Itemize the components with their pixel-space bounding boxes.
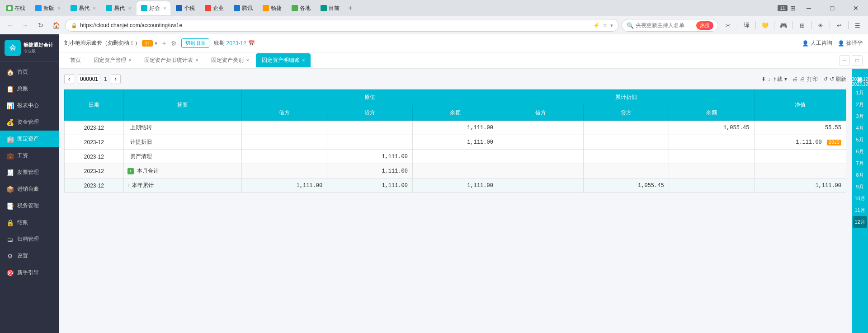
month-2[interactable]: 2月 (852, 98, 868, 110)
sidebar-item-ledger[interactable]: 📋 总账 (0, 80, 59, 97)
user-button[interactable]: 👤 徐译华 (838, 39, 863, 47)
sidebar-item-reports[interactable]: 📊 报表中心 (0, 97, 59, 114)
close-button[interactable]: ✕ (845, 0, 866, 16)
page-tab-depreciation[interactable]: 固定资产折旧统计表 × (138, 53, 204, 67)
dropdown-icon[interactable]: ▾ (610, 23, 613, 28)
sidebar-item-inventory[interactable]: 📦 进销台账 (0, 181, 59, 197)
menu-icon[interactable]: ☰ (851, 19, 864, 32)
tab-favicon-3 (71, 5, 77, 11)
tab-grid-icon[interactable]: ⊞ (790, 5, 796, 12)
page-tab-detail-ledger[interactable]: 固定资产明细账 × (256, 53, 311, 67)
wallet-icon[interactable]: 💛 (758, 19, 772, 32)
refresh-button[interactable]: ↻ (34, 19, 47, 32)
page-tab-category[interactable]: 固定资产类别 × (205, 53, 255, 67)
forward-button[interactable]: → (19, 19, 32, 32)
tab-maximize-button[interactable]: □ (852, 55, 863, 66)
page-tab-home[interactable]: 首页 (64, 53, 87, 67)
browser-tab-2[interactable]: 新版 × (31, 1, 65, 15)
month-12[interactable]: 12月 (853, 216, 867, 228)
tab-close-4[interactable]: × (128, 6, 131, 11)
tab-close-2[interactable]: × (58, 6, 61, 11)
month-9[interactable]: 9月 (852, 181, 868, 192)
browser-tab-3[interactable]: 易代 × (66, 1, 100, 15)
new-tab-button[interactable]: + (345, 4, 355, 13)
sidebar-item-guide[interactable]: 🎯 新手引导 (0, 264, 59, 281)
period-value: 2023-12 (226, 40, 246, 47)
page-number-input[interactable] (78, 74, 100, 84)
prev-page-button[interactable]: ‹ (64, 74, 74, 84)
table-row: 2023-12 上期结转 1,111.00 1,055.45 55.55 (65, 121, 846, 135)
scissors-icon[interactable]: ✂ (721, 19, 735, 32)
sidebar-item-tax[interactable]: 📑 税务管理 (0, 197, 59, 214)
page-tab-fixed-mgmt[interactable]: 固定资产管理 × (88, 53, 137, 67)
address-bar[interactable]: 🔒 https://cloud.chanjet.com/accounting/u… (65, 19, 619, 32)
browser-tab-11[interactable]: 目前 (316, 1, 344, 15)
sidebar-item-invoice[interactable]: 🧾 发票管理 (0, 164, 59, 181)
browser-tab-6[interactable]: 个税 (171, 1, 199, 15)
tab-close-3[interactable]: × (93, 6, 96, 11)
tab-minimize-button[interactable]: ─ (839, 55, 850, 66)
switch-version-button[interactable]: 切到旧版 (181, 38, 209, 48)
tab-label-11: 目前 (329, 5, 340, 12)
search-area[interactable]: 🔍 热搜 (622, 19, 718, 32)
browser-tab-4[interactable]: 易代 × (101, 1, 136, 15)
maximize-button[interactable]: □ (822, 0, 843, 16)
yearly-total-icon: + (127, 182, 131, 188)
month-11[interactable]: 11月 (852, 204, 868, 216)
month-4[interactable]: 4月 (852, 122, 868, 134)
sidebar-item-payroll[interactable]: 💼 工资 (0, 147, 59, 164)
browser-tab-8[interactable]: 腾讯 (229, 1, 257, 15)
month-1[interactable]: 1月 (852, 87, 868, 98)
refresh-data-button[interactable]: ↺ ↺ 刷新 (823, 75, 846, 83)
company-name: 刘小艳演示账套（勿删勿动！） (64, 39, 140, 47)
sidebar-item-archive[interactable]: 🗂 归档管理 (0, 231, 59, 248)
game-icon[interactable]: 🎮 (777, 19, 790, 32)
row3-summary: 资产清理 (123, 150, 242, 164)
download-button[interactable]: ⬇ ↓ 下载 ▾ (761, 75, 787, 83)
back-button[interactable]: ← (4, 19, 16, 32)
print-button[interactable]: 🖨 🖨 打印 (793, 75, 817, 83)
month-7[interactable]: 7月 (852, 157, 868, 169)
sidebar-item-close[interactable]: 🔒 结账 (0, 214, 59, 231)
month-5[interactable]: 5月 (852, 134, 868, 145)
sidebar-item-settings[interactable]: ⚙ 设置 (0, 248, 59, 264)
tab-close-5[interactable]: × (164, 6, 166, 11)
table-row: 2023-12 资产清理 1,111.00 (65, 150, 846, 164)
row4-orig-debit (242, 164, 327, 178)
qr-icon[interactable]: ⚡ (593, 22, 600, 28)
browser-tab-5[interactable]: 好会 × (137, 1, 171, 15)
browser-tab-10[interactable]: 各地 (287, 1, 315, 15)
page-tab-close-category[interactable]: × (246, 58, 249, 63)
month-6[interactable]: 6月 (852, 145, 868, 157)
home-button[interactable]: 🏠 (50, 19, 62, 32)
company-selector[interactable]: 刘小艳演示账套（勿删勿动！） 11 ▾ (64, 39, 157, 47)
brightness-icon[interactable]: ☀ (814, 19, 827, 32)
minimize-button[interactable]: ─ (798, 0, 819, 16)
bookmark-icon[interactable]: ☆ (603, 22, 608, 28)
next-page-button[interactable]: › (111, 74, 121, 84)
history-icon[interactable]: ↩ (832, 19, 846, 32)
month-3[interactable]: 3月 (852, 110, 868, 122)
browser-tab-7[interactable]: 企业 (200, 1, 228, 15)
download-dropdown-icon[interactable]: ▾ (784, 76, 787, 82)
hot-search-button[interactable]: 热搜 (696, 21, 713, 30)
translate-icon[interactable]: 译 (740, 19, 753, 32)
sidebar-item-fixed-assets[interactable]: 🏢 固定资产 (0, 131, 59, 147)
page-tab-close-fixed-mgmt[interactable]: × (129, 58, 132, 63)
header-settings-icon[interactable]: ⚙ (171, 40, 177, 47)
sidebar-item-home[interactable]: 🏠 首页 (0, 64, 59, 80)
grid-icon[interactable]: ⊞ (795, 19, 809, 32)
header-add-icon[interactable]: + (162, 39, 166, 47)
month-8[interactable]: 8月 (852, 169, 868, 181)
sidebar-label-payroll: 工资 (17, 152, 28, 159)
service-button[interactable]: 👤 人工咨询 (802, 39, 832, 47)
page-tab-close-detail-ledger[interactable]: × (302, 58, 305, 63)
search-input[interactable] (636, 22, 694, 28)
month-10[interactable]: 10月 (852, 192, 868, 204)
browser-tab-9[interactable]: 畅捷 (258, 1, 286, 15)
page-tab-close-depreciation[interactable]: × (196, 58, 198, 63)
table-row: 2023-12 计提折旧 1,111.00 1,111.00 2023 (65, 135, 846, 150)
sidebar-item-funds[interactable]: 💰 资金管理 (0, 114, 59, 131)
browser-tab-1[interactable]: 在线 (2, 1, 30, 15)
period-edit-icon[interactable]: 📅 (248, 40, 255, 47)
